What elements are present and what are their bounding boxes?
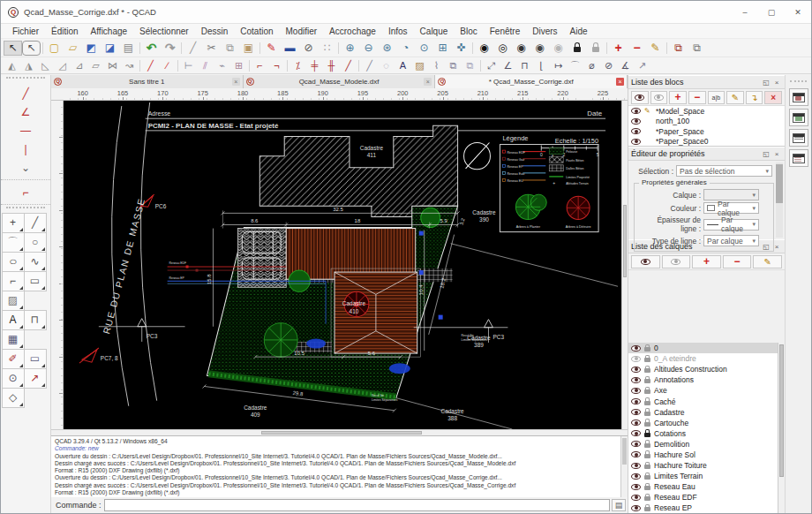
mirror-icon[interactable]: ◭ — [4, 59, 20, 72]
show-layer-icon[interactable]: ◉ — [530, 41, 549, 56]
0[interactable]: 0 — [628, 343, 785, 353]
grid-icon[interactable]: ∷ — [318, 41, 336, 56]
copy-two-icon[interactable]: ⧉ — [462, 59, 478, 72]
dim-leader-icon[interactable]: ↗ — [634, 59, 650, 72]
line-sketch-icon[interactable]: ╱ — [361, 59, 378, 72]
stretch-icon[interactable]: ↝ — [121, 59, 138, 72]
lock-icon[interactable] — [644, 347, 650, 351]
remove-layer-button[interactable]: − — [723, 255, 752, 268]
viewport-3d-tool[interactable]: ◇ — [2, 388, 25, 408]
polyline-tool[interactable]: ⌐ — [2, 271, 25, 291]
circle-modify-tool[interactable]: ⊙ — [2, 368, 25, 389]
Annotations[interactable]: Annotations — [628, 374, 785, 385]
shape-tool[interactable]: ▭ — [24, 271, 47, 291]
Demolition[interactable]: Demolition — [628, 439, 785, 450]
divide-icon[interactable]: ⫽ — [197, 59, 214, 72]
hide-layer-icon[interactable]: ◉ — [549, 41, 568, 56]
eye-icon[interactable] — [631, 398, 641, 404]
divide-two-icon[interactable]: ╱ — [340, 59, 357, 72]
flip-icon[interactable]: ◮ — [20, 59, 37, 72]
show-all-blocks-button[interactable] — [631, 91, 649, 104]
*Paper_Space[interactable]: ✎ *Paper_Space — [628, 126, 785, 137]
eye-icon[interactable] — [631, 473, 641, 480]
zoom-selection-icon[interactable]: ⊙ — [415, 41, 433, 56]
Altitudes Construction[interactable]: Altitudes Construction — [628, 364, 785, 374]
polyline-segment-icon[interactable]: ⌐ — [15, 183, 36, 201]
dim-vertical-icon[interactable]: ⌊ — [533, 59, 550, 72]
eye-icon[interactable] — [631, 377, 641, 383]
skew-icon[interactable]: ⊿ — [71, 59, 87, 72]
Hachure Sol[interactable]: Hachure Sol — [628, 450, 785, 460]
loop-icon[interactable]: ◌ — [378, 59, 395, 72]
tab-close-icon[interactable]: × — [424, 78, 432, 86]
dim-aligned-icon[interactable]: ⤢ — [483, 59, 500, 72]
lock-icon[interactable] — [644, 433, 650, 437]
menu-item[interactable]: Accrochage — [323, 26, 382, 36]
menu-item[interactable]: Affichage — [85, 26, 134, 36]
line-horizontal-icon[interactable]: — — [15, 121, 36, 140]
tab-corrige[interactable]: Q * Qcad_Masse_Corrige.dxf × — [435, 75, 628, 88]
dim-angular-icon[interactable]: ∡ — [617, 59, 634, 72]
float-panel-icon[interactable]: ◱ — [761, 79, 771, 87]
edit-layer-icon[interactable]: ✎ — [646, 41, 665, 56]
show-all-layers-button[interactable] — [631, 255, 660, 268]
zoom-in-icon[interactable]: ⊕ — [341, 41, 359, 56]
close-button[interactable]: ✕ — [785, 1, 811, 23]
eye-icon[interactable] — [631, 345, 641, 351]
lock-icon[interactable] — [644, 465, 650, 469]
lock-icon[interactable] — [644, 475, 650, 480]
lock-icon[interactable] — [644, 389, 650, 394]
lock-icon[interactable] — [644, 507, 650, 511]
pan-icon[interactable]: ✜ — [452, 41, 470, 56]
lock-icon[interactable] — [644, 486, 650, 490]
eye-icon[interactable] — [631, 430, 641, 436]
eye-icon[interactable] — [631, 505, 641, 511]
rotate-two-icon[interactable]: ⋈ — [104, 59, 121, 72]
horizontal-scrollbar[interactable] — [51, 429, 628, 435]
dimension-tool[interactable]: ⊓ — [24, 310, 47, 330]
couleur-select[interactable]: Par calque ▾ — [703, 202, 759, 214]
menu-item[interactable]: Divers — [526, 26, 563, 36]
offset-tool[interactable]: ▭ — [24, 349, 47, 369]
delete-block-button[interactable]: × — [764, 91, 782, 104]
cut-icon[interactable]: ✂ — [202, 41, 221, 56]
*Model_Space[interactable]: ✎ *Model_Space — [628, 106, 785, 117]
line-vertical-icon[interactable]: | — [15, 140, 36, 158]
Cartouche[interactable]: Cartouche — [628, 418, 785, 428]
remove-block-button[interactable]: − — [688, 91, 706, 104]
*Paper_Space0[interactable]: ✎ *Paper_Space0 — [628, 137, 785, 147]
menu-item[interactable]: Modifier — [280, 26, 324, 36]
modify-tool[interactable]: ✐ — [2, 349, 25, 369]
dock-block-list-button[interactable] — [789, 129, 808, 147]
hide-all-layers-button[interactable] — [662, 255, 691, 268]
break-out-icon[interactable]: ⌁ — [214, 59, 230, 72]
dim-baseline-icon[interactable]: ↦ — [550, 59, 567, 72]
menu-item[interactable]: Fenêtre — [484, 26, 526, 36]
lock-icon[interactable] — [644, 412, 650, 416]
dock-widgets-button[interactable] — [789, 109, 808, 126]
edit-block-button[interactable]: ✎ — [726, 91, 744, 104]
tab-close-icon[interactable]: × — [232, 78, 240, 86]
rename-block-button[interactable]: a|b — [708, 91, 726, 104]
Cotations[interactable]: Cotations — [628, 428, 785, 439]
tab-sans-titre[interactable]: Q Sans titre 1 × — [51, 75, 244, 88]
trim-both-icon[interactable]: ∕ — [159, 59, 176, 72]
vertical-scrollbar[interactable] — [621, 101, 628, 429]
eye-icon[interactable] — [631, 388, 641, 394]
text-tool[interactable]: A — [2, 310, 25, 330]
dock-command-line-button[interactable] — [789, 149, 808, 167]
hide-all-blocks-button[interactable] — [650, 91, 668, 104]
menu-item[interactable]: Fichier — [6, 26, 45, 36]
menu-item[interactable]: Édition — [45, 26, 85, 36]
0_A eteindre[interactable]: 0_A eteindre — [628, 353, 785, 364]
text-box-icon[interactable]: A — [395, 59, 411, 72]
lock-icon[interactable] — [644, 454, 650, 458]
ellipse-tool[interactable]: ○ — [2, 252, 25, 272]
dim-radius-icon[interactable]: ⌀ — [583, 59, 600, 72]
close-panel-icon[interactable]: × — [771, 79, 782, 87]
property-pencil-icon[interactable]: ✎ — [262, 41, 281, 56]
move-copy-icon[interactable]: ⧉ — [445, 59, 462, 72]
dock-library-button[interactable] — [789, 88, 808, 106]
unlock-layer-icon[interactable] — [586, 41, 605, 56]
image-tool[interactable]: ▦ — [2, 329, 25, 350]
